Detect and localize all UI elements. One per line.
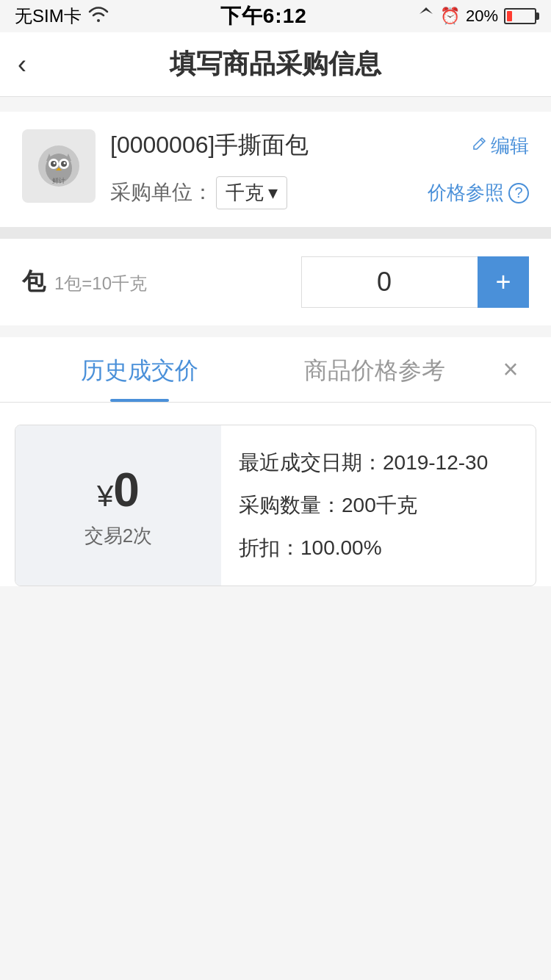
price-value: 0 <box>113 464 140 516</box>
tab-price-reference[interactable]: 商品价格参考 <box>257 337 492 402</box>
quantity-plus-button[interactable]: + <box>478 256 529 308</box>
product-info-top: [0000006]手撕面包 编辑 <box>110 129 529 162</box>
location-icon <box>418 6 434 26</box>
back-button[interactable]: ‹ <box>18 49 26 80</box>
close-icon: × <box>503 354 518 385</box>
quantity-row: 包 1包=10千克 + <box>0 239 551 325</box>
bottom-space <box>0 608 551 980</box>
status-left: 无SIM卡 <box>15 4 109 28</box>
tabs-close-button[interactable]: × <box>492 351 529 388</box>
unit-label: 采购单位： <box>110 181 213 203</box>
product-id: [0000006] <box>110 131 215 158</box>
unit-select[interactable]: 千克 ▾ <box>216 176 287 209</box>
tab-price-reference-label: 商品价格参考 <box>304 357 445 383</box>
price-detail-qty: 采购数量：200千克 <box>239 490 518 521</box>
price-ref-link[interactable]: 价格参照 ? <box>428 180 529 206</box>
price-detail-date: 最近成交日期：2019-12-30 <box>239 447 518 478</box>
nav-bar: ‹ 填写商品采购信息 <box>0 32 551 97</box>
svg-text:鲜计: 鲜计 <box>52 177 65 184</box>
price-currency: ¥ <box>97 480 113 512</box>
product-info: [0000006]手撕面包 编辑 采购单位： 千克 <box>110 129 529 209</box>
recent-date-label: 最近成交日期： <box>239 451 383 474</box>
quantity-unit: 包 <box>22 266 46 298</box>
price-card-right: 最近成交日期：2019-12-30 采购数量：200千克 折扣：100.00% <box>221 425 536 586</box>
plus-icon: + <box>495 267 511 298</box>
battery-icon <box>504 8 536 24</box>
wifi-icon <box>87 6 109 26</box>
tab-history-price[interactable]: 历史成交价 <box>22 337 257 402</box>
section-divider <box>0 227 551 239</box>
discount-label: 折扣： <box>239 536 300 559</box>
battery-percent: 20% <box>466 7 498 26</box>
svg-point-8 <box>54 162 56 165</box>
price-ref-label: 价格参照 <box>428 180 504 206</box>
price-card: ¥0 交易2次 最近成交日期：2019-12-30 采购数量：200千克 折扣：… <box>15 425 536 586</box>
edit-link[interactable]: 编辑 <box>472 133 529 159</box>
purchase-qty-value: 200千克 <box>342 494 417 516</box>
recent-date-value: 2019-12-30 <box>383 451 488 474</box>
product-card: 鲜计 [0000006]手撕面包 编辑 <box>0 112 551 227</box>
product-unit-row: 采购单位： 千克 ▾ 价格参照 ? <box>110 176 529 209</box>
quantity-input-wrapper: + <box>301 256 529 308</box>
dropdown-arrow-icon: ▾ <box>268 181 278 204</box>
price-amount: ¥0 <box>97 463 140 517</box>
status-time: 下午6:12 <box>220 2 307 30</box>
page-title: 填写商品采购信息 <box>170 46 381 82</box>
alarm-icon: ⏰ <box>440 7 460 26</box>
purchase-qty-label: 采购数量： <box>239 494 342 516</box>
tabs-bar: 历史成交价 商品价格参考 × <box>0 337 551 403</box>
status-bar: 无SIM卡 下午6:12 ⏰ 20% <box>0 0 551 32</box>
price-detail-discount: 折扣：100.00% <box>239 533 518 563</box>
product-logo: 鲜计 <box>33 140 84 192</box>
svg-point-9 <box>64 162 66 165</box>
product-image: 鲜计 <box>22 129 96 203</box>
discount-value: 100.00% <box>300 536 382 559</box>
product-name: [0000006]手撕面包 <box>110 129 309 162</box>
quantity-conversion: 1包=10千克 <box>54 272 147 295</box>
edit-icon <box>472 135 488 156</box>
unit-value: 千克 <box>226 180 264 206</box>
status-right: ⏰ 20% <box>418 6 536 26</box>
tab-history-price-label: 历史成交价 <box>81 357 198 383</box>
product-header: 鲜计 [0000006]手撕面包 编辑 <box>22 129 529 209</box>
carrier-text: 无SIM卡 <box>15 4 82 28</box>
quantity-label: 包 1包=10千克 <box>22 266 147 298</box>
unit-label-wrapper: 采购单位： 千克 ▾ <box>110 176 287 209</box>
price-ref-icon: ? <box>508 183 529 203</box>
price-transactions: 交易2次 <box>84 523 152 549</box>
product-title: 手撕面包 <box>215 131 309 158</box>
quantity-input[interactable] <box>301 256 478 308</box>
price-card-left: ¥0 交易2次 <box>15 425 221 586</box>
tabs-section: 历史成交价 商品价格参考 × ¥0 交易2次 最近成交日期：2019-12-30… <box>0 337 551 586</box>
edit-label: 编辑 <box>491 133 529 159</box>
